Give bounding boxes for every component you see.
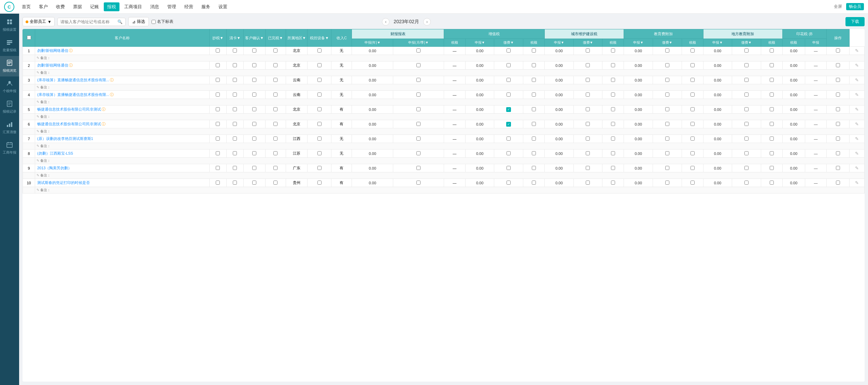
row-stamp-declare[interactable]	[826, 149, 849, 158]
row-control[interactable]	[308, 120, 331, 128]
row-control[interactable]	[308, 91, 331, 99]
row-vat-declare[interactable]	[494, 47, 523, 55]
edit-icon[interactable]: ✎	[855, 151, 859, 156]
row-edu-declare[interactable]	[653, 61, 682, 70]
stamp-declare-checkbox[interactable]	[836, 78, 840, 82]
edu-declare-checkbox[interactable]	[665, 137, 669, 141]
declared-checkbox[interactable]	[273, 63, 278, 67]
row-city-declare[interactable]	[573, 47, 602, 55]
remark-content[interactable]: ✎ 备注：	[35, 70, 865, 76]
row-vat-declare[interactable]	[494, 164, 523, 172]
edu-declare-checkbox[interactable]	[665, 78, 669, 82]
left-panel-tax-view[interactable]: 报税浏览	[0, 56, 19, 76]
row-vat-declare[interactable]: ✓	[494, 120, 523, 128]
localedu-declare-checkbox[interactable]	[744, 92, 749, 97]
row-action[interactable]: ✎	[850, 76, 865, 84]
row-confirm[interactable]	[243, 105, 265, 114]
edit-icon[interactable]: ✎	[855, 180, 859, 185]
row-localedu-declare[interactable]	[732, 76, 761, 84]
row-localedu-declare[interactable]	[732, 47, 761, 55]
row-city-pay[interactable]	[602, 179, 624, 187]
fin-annual-checkbox[interactable]	[416, 137, 421, 141]
vat-pay-checkbox[interactable]	[532, 181, 536, 185]
city-declare-checkbox[interactable]	[586, 92, 590, 97]
shuishen-checkbox[interactable]	[216, 122, 220, 126]
control-checkbox[interactable]	[317, 166, 322, 170]
row-city-declare[interactable]	[573, 135, 602, 143]
fin-annual-checkbox[interactable]	[416, 78, 421, 82]
confirm-checkbox[interactable]	[252, 166, 256, 170]
next-month-button[interactable]: ›	[423, 18, 431, 26]
row-vat-pay[interactable]	[523, 164, 545, 172]
stamp-declare-checkbox[interactable]	[836, 107, 840, 111]
shuishen-checkbox[interactable]	[216, 63, 220, 67]
remark-edit-icon[interactable]: ✎	[37, 71, 39, 74]
luoka-checkbox[interactable]	[233, 92, 237, 97]
city-declare-checkbox[interactable]	[586, 137, 590, 141]
localedu-pay-checkbox[interactable]	[770, 151, 774, 155]
row-edu-declare[interactable]	[653, 164, 682, 172]
left-panel-reconcile[interactable]: 汇算清缴	[0, 117, 19, 138]
fullscreen-button[interactable]: 全屏	[834, 4, 842, 10]
edit-icon[interactable]: ✎	[855, 107, 859, 112]
row-action[interactable]: ✎	[850, 47, 865, 55]
edu-pay-checkbox[interactable]	[691, 122, 695, 126]
fin-annual-checkbox[interactable]	[416, 181, 421, 185]
row-action[interactable]: ✎	[850, 179, 865, 187]
fin-annual-checkbox[interactable]	[416, 48, 421, 53]
row-city-declare[interactable]	[573, 105, 602, 114]
nav-item-invoice[interactable]: 票据	[70, 2, 85, 11]
edit-icon[interactable]: ✎	[855, 63, 859, 68]
city-pay-checkbox[interactable]	[611, 107, 615, 111]
row-vat-pay[interactable]	[523, 120, 545, 128]
row-vat-pay[interactable]	[523, 47, 545, 55]
row-edu-declare[interactable]	[653, 135, 682, 143]
row-localedu-declare[interactable]	[732, 135, 761, 143]
nav-item-message[interactable]: 消息	[147, 2, 162, 11]
row-vat-declare[interactable]	[494, 149, 523, 158]
row-localedu-declare[interactable]	[732, 120, 761, 128]
row-control[interactable]	[308, 164, 331, 172]
member-button[interactable]: 畅会员	[846, 3, 864, 10]
remark-content[interactable]: ✎ 备注：	[35, 158, 865, 164]
edit-icon[interactable]: ✎	[855, 48, 859, 53]
localedu-declare-checkbox[interactable]	[744, 63, 749, 67]
city-declare-checkbox[interactable]	[586, 107, 590, 111]
left-panel-batch-tax[interactable]: 批量报税	[0, 35, 19, 56]
confirm-checkbox[interactable]	[252, 151, 256, 155]
luoka-checkbox[interactable]	[233, 63, 237, 67]
edit-icon[interactable]: ✎	[855, 77, 859, 83]
named-table-checkbox-label[interactable]: 名下标表	[152, 19, 173, 25]
row-luoka[interactable]	[226, 91, 243, 99]
row-city-declare[interactable]	[573, 76, 602, 84]
row-stamp-declare[interactable]	[826, 105, 849, 114]
row-stamp-declare[interactable]	[826, 120, 849, 128]
row-edu-pay[interactable]	[682, 164, 703, 172]
row-shuishen[interactable]	[209, 164, 226, 172]
row-localedu-declare[interactable]	[732, 91, 761, 99]
row-confirm[interactable]	[243, 120, 265, 128]
remark-edit-icon[interactable]: ✎	[37, 159, 39, 162]
row-city-pay[interactable]	[602, 91, 624, 99]
edit-icon[interactable]: ✎	[855, 122, 859, 127]
row-luoka[interactable]	[226, 135, 243, 143]
row-edu-declare[interactable]	[653, 105, 682, 114]
row-declared[interactable]	[265, 76, 286, 84]
prev-month-button[interactable]: ‹	[382, 18, 389, 26]
edu-pay-checkbox[interactable]	[691, 151, 695, 155]
shuishen-checkbox[interactable]	[216, 137, 220, 141]
row-edu-pay[interactable]	[682, 135, 703, 143]
row-vat-declare[interactable]: ✓	[494, 105, 523, 114]
row-city-pay[interactable]	[602, 120, 624, 128]
vat-declare-checkbox[interactable]	[507, 166, 511, 170]
luoka-checkbox[interactable]	[233, 122, 237, 126]
remark-edit-icon[interactable]: ✎	[37, 100, 39, 104]
row-confirm[interactable]	[243, 91, 265, 99]
row-localedu-pay[interactable]	[761, 105, 782, 114]
localedu-declare-checkbox[interactable]	[744, 48, 749, 53]
edu-pay-checkbox[interactable]	[691, 78, 695, 82]
vat-declare-checkbox[interactable]	[507, 137, 511, 141]
row-confirm[interactable]	[243, 164, 265, 172]
vat-pay-checkbox[interactable]	[532, 92, 536, 97]
luoka-checkbox[interactable]	[233, 181, 237, 185]
